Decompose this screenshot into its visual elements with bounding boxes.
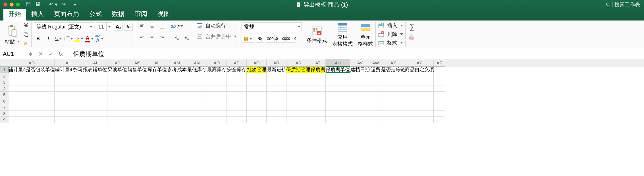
select-all-corner[interactable] [0,59,9,67]
cell-AT1[interactable]: 保质期 [310,67,326,73]
cancel-formula-icon[interactable]: ✕ [38,50,43,58]
cell-AM7[interactable] [167,104,187,110]
cell-AG7[interactable] [9,104,55,110]
clear-icon[interactable] [408,34,416,41]
cell-AX4[interactable] [381,85,405,92]
cell-AY2[interactable] [405,73,434,79]
cell-AG4[interactable] [9,85,55,92]
cell-AG5[interactable] [9,92,55,98]
cell-AL1[interactable]: 库存单位 [147,67,167,73]
number-format-select[interactable] [242,22,302,31]
cell-AH3[interactable] [55,79,83,85]
cell-AU3[interactable] [326,79,350,85]
cell-AP2[interactable] [227,73,247,79]
cell-AO7[interactable] [207,104,227,110]
cell-AQ8[interactable] [247,110,267,117]
cell-AT4[interactable] [310,85,326,92]
cell-AQ3[interactable] [247,79,267,85]
cell-AK6[interactable] [127,98,147,104]
formula-input[interactable]: 保质期单位 [70,50,644,58]
cell-AR3[interactable] [267,79,286,85]
tab-审阅[interactable]: 审阅 [130,7,152,21]
tab-视图[interactable]: 视图 [152,7,175,21]
increase-indent-icon[interactable] [183,34,192,42]
cell-AK5[interactable] [127,92,147,98]
format-as-table-button[interactable]: 套用 表格格式 [332,22,353,47]
cell-AZ5[interactable] [434,92,445,98]
cell-AZ9[interactable] [434,117,445,123]
cell-AO8[interactable] [207,110,227,117]
cell-AR9[interactable] [267,117,286,123]
cell-AP8[interactable] [227,110,247,117]
cell-AO9[interactable] [207,117,227,123]
cell-AJ8[interactable] [107,110,127,117]
align-top-icon[interactable] [138,22,146,30]
col-header-AJ[interactable]: AJ [107,59,127,67]
cell-AY5[interactable] [405,92,434,98]
cell-AY8[interactable] [405,110,434,117]
col-header-AI[interactable]: AI [83,59,107,67]
col-header-AX[interactable]: AX [381,59,405,67]
maximize-window[interactable] [16,3,20,7]
redo-icon[interactable]: ↷ [61,1,66,8]
format-cells-button[interactable]: 格式 [378,39,403,46]
cell-AJ2[interactable] [107,73,127,79]
delete-cells-button[interactable]: 删除 [378,31,403,38]
cell-AN4[interactable] [187,85,207,92]
tab-开始[interactable]: 开始 [3,7,26,21]
cell-AV7[interactable] [350,104,370,110]
cell-AM2[interactable] [167,73,187,79]
cell-AS3[interactable] [286,79,310,85]
cell-AM9[interactable] [167,117,187,123]
cell-AY7[interactable] [405,104,434,110]
col-header-AY[interactable]: AY [405,59,434,67]
cell-AS6[interactable] [286,98,310,104]
cell-AP5[interactable] [227,92,247,98]
cell-AW6[interactable] [370,98,381,104]
col-header-AW[interactable]: AW [370,59,381,67]
cell-AK4[interactable] [127,85,147,92]
cell-AN3[interactable] [187,79,207,85]
cell-AU4[interactable] [326,85,350,92]
cell-AI2[interactable] [83,73,107,79]
cell-AJ5[interactable] [107,92,127,98]
cell-AP3[interactable] [227,79,247,85]
cell-AR6[interactable] [267,98,286,104]
cell-AK1[interactable]: 销售单位 [127,67,147,73]
tab-插入[interactable]: 插入 [26,7,49,21]
cell-AH4[interactable] [55,85,83,92]
cell-AL7[interactable] [147,104,167,110]
font-size-select[interactable] [96,22,112,31]
close-window[interactable] [3,3,7,7]
cell-AH7[interactable] [55,104,83,110]
cell-AV8[interactable] [350,110,370,117]
cell-AL4[interactable] [147,85,167,92]
save-icon[interactable] [26,1,31,8]
row-header-3[interactable]: 3 [0,79,9,85]
cell-AS2[interactable] [286,73,310,79]
cell-AX6[interactable] [381,98,405,104]
cell-AL6[interactable] [147,98,167,104]
cell-AP9[interactable] [227,117,247,123]
cell-AK3[interactable] [127,79,147,85]
cell-AK2[interactable] [127,73,147,79]
comma-button[interactable]: 000 [266,35,275,43]
currency-button[interactable] [242,35,254,43]
cell-AG6[interactable] [9,98,55,104]
row-header-2[interactable]: 2 [0,73,9,79]
cell-AU7[interactable] [326,104,350,110]
cell-AK7[interactable] [127,104,147,110]
cell-AS9[interactable] [286,117,310,123]
percent-button[interactable]: % [256,35,264,43]
cell-AT2[interactable] [310,73,326,79]
cell-AV6[interactable] [350,98,370,104]
phonetic-button[interactable]: abcA [95,35,104,43]
cell-AM6[interactable] [167,98,187,104]
format-painter-icon[interactable] [23,40,29,47]
cell-AP1[interactable]: 安全库存 [227,67,247,73]
cell-AU5[interactable] [326,92,350,98]
col-header-AQ[interactable]: AQ [247,59,267,67]
cell-AH1[interactable]: 辅计量4条码 [55,67,83,73]
cell-AI9[interactable] [83,117,107,123]
cell-AR7[interactable] [267,104,286,110]
